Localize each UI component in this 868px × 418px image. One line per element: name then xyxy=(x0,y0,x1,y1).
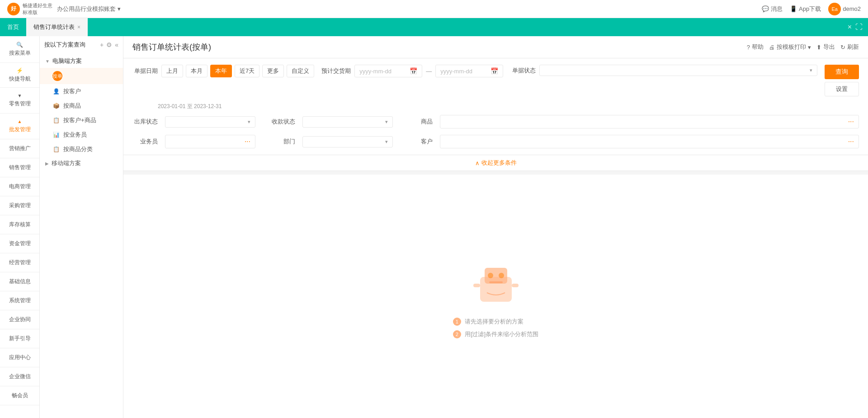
retail-icon: ▼ xyxy=(18,93,22,98)
refresh-button[interactable]: ↻ 刷新 xyxy=(840,43,859,51)
message-button[interactable]: 💬 消息 xyxy=(762,5,783,13)
salesperson-scheme-icon: 📊 xyxy=(52,131,60,138)
sidebar-item-operations[interactable]: 经营管理 xyxy=(0,253,39,272)
scheme-item-by-goods[interactable]: 📦 按商品 xyxy=(40,99,123,113)
department-select[interactable]: ▾ xyxy=(302,136,393,147)
status-label: 单据状态 xyxy=(510,66,536,75)
sidebar-item-finance[interactable]: 资金管理 xyxy=(0,234,39,253)
scheme-item-by-customer[interactable]: 👤 按客户 xyxy=(40,84,123,99)
filter-area: 单据日期 上月 本月 本年 近7天 更多 自定义 预计交货期 xyxy=(123,58,868,155)
salesperson-label: 业务员 xyxy=(132,138,158,146)
add-scheme-button[interactable]: + xyxy=(100,41,104,48)
sidebar-item-newbie[interactable]: 新手引导 xyxy=(0,329,39,348)
customer-more-icon: ··· xyxy=(848,138,854,146)
empty-state: 1 请先选择要分析的方案 2 用[过滤]条件来缩小分析范围 xyxy=(123,175,868,418)
salesperson-select[interactable]: ··· xyxy=(165,135,255,148)
settings-scheme-button[interactable]: ⚙ xyxy=(106,41,112,48)
user-menu[interactable]: Ea demo2 xyxy=(828,3,861,15)
customer-label: 客户 xyxy=(407,138,433,146)
date-btn-last-month[interactable]: 上月 xyxy=(161,65,183,77)
sidebar-item-basic[interactable]: 基础信息 xyxy=(0,272,39,291)
shipping-status-select[interactable]: ▾ xyxy=(165,116,255,128)
payment-status-select[interactable]: ▾ xyxy=(302,116,393,128)
nav-icon: ⚡ xyxy=(16,67,23,74)
active-scheme-dot: 按单 xyxy=(52,71,62,81)
left-panel-actions: + ⚙ « xyxy=(100,41,118,48)
pc-group-arrow: ▼ xyxy=(45,59,50,64)
sidebar-item-member[interactable]: 畅会员 xyxy=(0,386,39,405)
sidebar: 🔍 搜索菜单 ⚡ 快捷导航 ▼ 零售管理 ▲ 批发管理 营销推广 销售管理 电商… xyxy=(0,36,40,418)
window-close-button[interactable]: × xyxy=(848,23,852,31)
sidebar-item-sales[interactable]: 销售管理 xyxy=(0,158,39,177)
status-select[interactable]: ▾ xyxy=(539,65,817,76)
window-maximize-button[interactable]: ⛶ xyxy=(855,23,863,31)
svg-rect-5 xyxy=(473,284,480,287)
sidebar-item-purchase[interactable]: 采购管理 xyxy=(0,196,39,215)
help-icon: ? xyxy=(747,44,750,51)
date-btn-this-year[interactable]: 本年 xyxy=(210,65,232,77)
sidebar-nav[interactable]: ⚡ 快捷导航 xyxy=(0,63,39,88)
search-button[interactable]: 查询 xyxy=(825,65,859,79)
scheme-item-by-order[interactable]: 按单 xyxy=(40,68,123,84)
goods-label: 商品 xyxy=(407,118,433,126)
left-panel-header: 按以下方案查询 + ⚙ « xyxy=(40,41,123,52)
collapse-bar: ∧ 收起更多条件 xyxy=(123,155,868,171)
empty-illustration xyxy=(469,254,523,309)
date-btn-this-month[interactable]: 本月 xyxy=(186,65,208,77)
expected-delivery-end[interactable]: yyyy-mm-dd 📅 xyxy=(435,65,503,77)
left-panel: 按以下方案查询 + ⚙ « ▼ 电脑端方案 按单 👤 xyxy=(40,36,123,418)
sidebar-item-apps[interactable]: 应用中心 xyxy=(0,348,39,367)
svg-point-2 xyxy=(488,273,493,278)
tip-num-2: 2 xyxy=(453,330,461,338)
app-selector[interactable]: 办公用品行业模拟账套 ▾ xyxy=(57,5,121,13)
pc-group-header[interactable]: ▼ 电脑端方案 xyxy=(40,54,123,68)
collapse-panel-button[interactable]: « xyxy=(115,41,118,48)
sidebar-item-wechat[interactable]: 企业微信 xyxy=(0,367,39,386)
sidebar-item-retail[interactable]: ▼ 零售管理 xyxy=(0,88,39,114)
collapse-icon: ∧ xyxy=(475,160,480,166)
date-separator: — xyxy=(426,68,432,75)
date-label: 单据日期 xyxy=(132,67,158,75)
template-print-button[interactable]: 🖨 按模板打印 ▾ xyxy=(769,43,811,51)
scheme-item-by-salesperson[interactable]: 📊 按业务员 xyxy=(40,128,123,142)
date-button-group: 上月 本月 本年 近7天 更多 自定义 xyxy=(161,65,314,77)
settings-button[interactable]: 设置 xyxy=(825,82,859,96)
filter-row-2: 出库状态 ▾ 收款状态 ▾ 商品 ··· xyxy=(132,115,859,128)
expected-delivery-start[interactable]: yyyy-mm-dd 📅 xyxy=(354,65,422,77)
tab-sales-stats[interactable]: 销售订单统计表 × xyxy=(26,18,88,36)
collapse-button[interactable]: ∧ 收起更多条件 xyxy=(475,159,517,167)
sidebar-item-wholesale[interactable]: ▲ 批发管理 xyxy=(0,114,39,139)
svg-rect-6 xyxy=(512,284,519,287)
page-title: 销售订单统计表(按单) xyxy=(132,42,211,58)
mobile-group[interactable]: ▶ 移动端方案 xyxy=(40,157,123,170)
empty-tips: 1 请先选择要分析的方案 2 用[过滤]条件来缩小分析范围 xyxy=(453,318,538,338)
sidebar-item-inventory[interactable]: 库存核算 xyxy=(0,215,39,234)
sidebar-item-ecommerce[interactable]: 电商管理 xyxy=(0,177,39,196)
payment-status-label: 收款状态 xyxy=(270,118,295,126)
export-button[interactable]: ⬆ 导出 xyxy=(816,43,835,51)
scheme-item-by-category[interactable]: 📋 按商品分类 xyxy=(40,142,123,157)
help-button[interactable]: ? 帮助 xyxy=(747,43,764,51)
tab-close-icon[interactable]: × xyxy=(77,24,80,30)
chevron-down-icon: ▾ xyxy=(118,5,121,12)
date-btn-more[interactable]: 更多 xyxy=(262,65,284,77)
app-download-button[interactable]: 📱 App下载 xyxy=(790,5,821,13)
logo-icon: 好 xyxy=(7,3,20,15)
sidebar-search[interactable]: 🔍 搜索菜单 xyxy=(0,36,39,63)
goods-select[interactable]: ··· xyxy=(440,115,859,128)
sidebar-item-corp[interactable]: 企业协同 xyxy=(0,310,39,329)
tip-num-1: 1 xyxy=(453,318,461,326)
print-icon: 🖨 xyxy=(769,44,775,51)
date-btn-7days[interactable]: 近7天 xyxy=(235,65,259,77)
scheme-item-by-customer-goods[interactable]: 📋 按客户+商品 xyxy=(40,113,123,128)
tab-home[interactable]: 首页 xyxy=(0,18,26,36)
search-icon: 🔍 xyxy=(16,42,23,48)
sidebar-item-system[interactable]: 系统管理 xyxy=(0,291,39,310)
sidebar-item-marketing[interactable]: 营销推广 xyxy=(0,139,39,158)
dept-select-arrow: ▾ xyxy=(385,139,388,145)
date-btn-custom[interactable]: 自定义 xyxy=(287,65,314,77)
avatar: Ea xyxy=(828,3,841,15)
top-bar-left: 好 畅捷通好生意 标准版 办公用品行业模拟账套 ▾ xyxy=(7,2,121,15)
mobile-group-arrow: ▶ xyxy=(45,161,49,166)
customer-select[interactable]: ··· xyxy=(440,135,859,148)
